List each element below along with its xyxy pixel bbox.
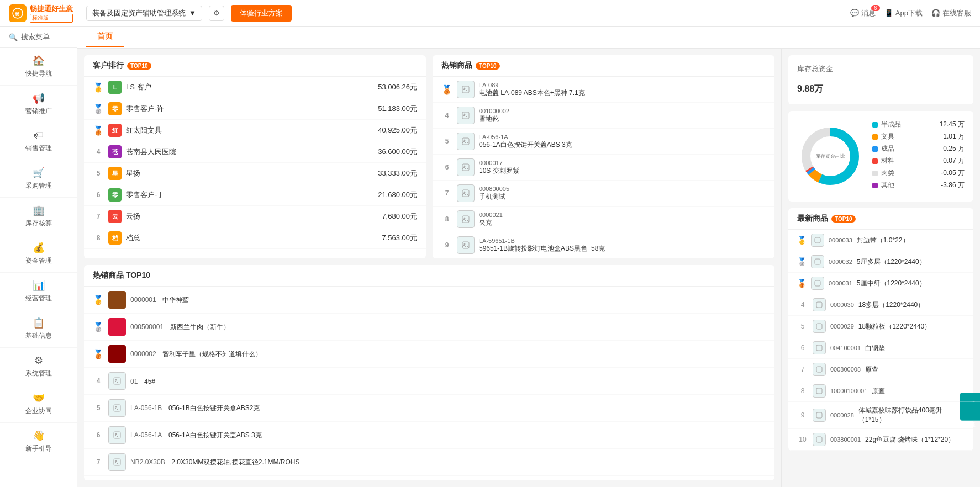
product-name: 5厘多层（1220*2440） <box>857 257 965 267</box>
sidebar-item-basic[interactable]: 📋 基础信息 <box>0 310 77 348</box>
online-service-button[interactable]: 🎧 在线客服 <box>931 8 971 18</box>
legend-color <box>872 134 878 140</box>
legend-color <box>872 183 878 188</box>
search-icon: 🔍 <box>9 33 18 41</box>
sidebar-item-finance[interactable]: 💰 资金管理 <box>0 235 77 273</box>
sidebar-item-inventory[interactable]: 🏢 库存核算 <box>0 198 77 235</box>
product-code: 000800008 <box>830 366 861 373</box>
svg-point-11 <box>464 192 466 193</box>
rank-medal-icon: 🥈 <box>93 322 104 332</box>
customer-ranking-panel: 客户排行 TOP10 🥇 L LS 客户 53,006.26元 🥈 零 零售客户… <box>84 55 426 258</box>
sidebar: 🔍 搜索菜单 🏠 快捷导航 📢 营销推广 🏷 销售管理 🛒 采购管理 🏢 库存核… <box>0 27 77 487</box>
right-panel: 库存总资金 9.88万 <box>781 49 980 487</box>
legend-name: 材料 <box>881 156 940 166</box>
legend-color <box>872 171 878 176</box>
svg-point-23 <box>115 460 117 462</box>
settings-button[interactable]: ⚙ <box>209 6 224 21</box>
product-img <box>108 291 126 309</box>
product-name: 体城嘉枚味苏打饮品400毫升（1*15） <box>858 406 965 425</box>
customer-avatar: 云 <box>108 210 122 223</box>
rank-medal-icon: 🥉 <box>93 125 104 136</box>
legend-name: 成品 <box>881 144 940 153</box>
tab-home[interactable]: 首页 <box>86 27 124 47</box>
money-icon: 💰 <box>33 242 45 254</box>
product-img <box>108 426 126 444</box>
notification-button[interactable]: 💬 消息 6 <box>850 8 876 18</box>
rank-medal-icon: 🥉 <box>797 279 807 288</box>
product-img <box>813 320 826 333</box>
product-img <box>813 363 826 376</box>
product-code: LA-056-1A <box>479 134 766 140</box>
product-img <box>108 372 126 390</box>
customer-amount: 40,925.00元 <box>378 125 417 135</box>
product-code: LA-59651-1B <box>479 237 766 244</box>
product-name: 中华神鹫 <box>162 296 189 304</box>
topbar-center: 装备及固定资产辅助管理系统 ▼ ⚙ 体验行业方案 <box>86 5 850 22</box>
product-name: 18颗粒板（1220*2440） <box>858 322 965 331</box>
float-service-button[interactable]: 服务社区 <box>960 402 980 411</box>
hot-product-main-row: 🥈 000500001 新西兰牛肉（新牛） <box>84 314 774 341</box>
svg-rect-22 <box>114 459 120 465</box>
customer-ranking-table: 🥇 L LS 客户 53,006.26元 🥈 零 零售客户-许 51,183.0… <box>84 77 426 249</box>
legend-name: 文具 <box>881 132 940 141</box>
product-img <box>813 433 826 446</box>
product-code: 10000100001 <box>830 388 867 394</box>
svg-rect-14 <box>462 242 469 248</box>
svg-rect-41 <box>816 412 822 418</box>
newest-products-title: 最新商品 TOP10 <box>797 214 856 224</box>
product-code: 003800001 <box>830 436 861 443</box>
product-img <box>811 277 824 290</box>
hot-products-right-table: 🥉 LA-089 电池盖 LA-089 ABS本色+黑种 7.1克 4 0010… <box>433 77 774 258</box>
svg-rect-6 <box>462 138 469 145</box>
product-img <box>108 318 126 336</box>
sidebar-item-quick-nav[interactable]: 🏠 快捷导航 <box>0 48 77 86</box>
trial-button[interactable]: 体验行业方案 <box>231 5 292 22</box>
newest-product-row: 7 000800008 原查 <box>788 359 973 380</box>
rank-medal-icon: 🥈 <box>797 257 807 266</box>
notification-icon: 💬 <box>850 9 859 17</box>
chart-icon: 📊 <box>33 279 45 292</box>
hot-products-main-title: 热销商品 TOP10 <box>93 271 150 280</box>
newest-product-row: 8 10000100001 原查 <box>788 380 973 402</box>
legend-value: 0.25 万 <box>943 144 965 153</box>
topbar: 畅 畅捷通好生意 标准版 装备及固定资产辅助管理系统 ▼ ⚙ 体验行业方案 💬 … <box>0 0 980 27</box>
sidebar-search[interactable]: 🔍 搜索菜单 <box>0 27 77 48</box>
chevron-down-icon: ▼ <box>189 9 196 17</box>
customer-name: 苍南县人民医院 <box>126 147 373 157</box>
float-service-button[interactable]: 直播 <box>960 411 980 421</box>
customer-amount: 51,183.00元 <box>378 104 417 114</box>
sidebar-item-sales[interactable]: 🏷 销售管理 <box>0 123 77 160</box>
customer-name: 红太阳文具 <box>126 125 373 135</box>
sidebar-item-guide[interactable]: 👋 新手引导 <box>0 423 77 460</box>
customer-row: 🥉 红 红太阳文具 40,925.00元 <box>84 120 426 141</box>
legend-value: -3.86 万 <box>941 181 965 190</box>
sidebar-item-operation[interactable]: 📊 经营管理 <box>0 273 77 310</box>
app-download-button[interactable]: 📱 App下载 <box>884 8 923 18</box>
phone-icon: 📱 <box>884 9 893 17</box>
svg-rect-35 <box>815 280 820 286</box>
hot-product-main-row: 🥉 0000002 智利车子里（规格不知道填什么） <box>84 341 774 368</box>
sidebar-item-marketing[interactable]: 📢 营销推广 <box>0 86 77 123</box>
product-name: 18多层（1220*2440） <box>858 300 965 310</box>
product-name: 电池盖 LA-089 ABS本色+黑种 7.1克 <box>479 88 766 98</box>
rank-medal-icon: 🥇 <box>93 295 104 305</box>
product-name: 智利车子里（规格不知道填什么） <box>162 350 262 358</box>
logo-area: 畅 畅捷通好生意 标准版 <box>9 4 86 23</box>
product-name: 封边带（1.0*22） <box>857 236 965 245</box>
sidebar-item-purchase[interactable]: 🛒 采购管理 <box>0 160 77 198</box>
chart-legend: 半成品 12.45 万 文具 1.01 万 成品 0.25 万 材料 0.07 … <box>872 120 965 193</box>
customer-name: 星扬 <box>126 168 373 178</box>
product-img <box>457 184 475 202</box>
customer-avatar: 档 <box>108 231 122 245</box>
float-service-button[interactable]: 客服热线 <box>960 393 980 402</box>
svg-point-7 <box>464 140 466 141</box>
sidebar-item-company[interactable]: 🤝 企业协同 <box>0 385 77 423</box>
donut-chart: 库存资金占比 <box>797 123 863 189</box>
system-selector[interactable]: 装备及固定资产辅助管理系统 ▼ <box>86 6 202 21</box>
sidebar-item-system[interactable]: ⚙ 系统管理 <box>0 348 77 385</box>
product-name: 原查 <box>865 365 965 374</box>
hot-products-main-header: 热销商品 TOP10 <box>84 265 774 287</box>
product-img <box>457 236 475 254</box>
inventory-total-panel: 库存总资金 9.88万 <box>788 55 973 104</box>
product-img <box>457 158 475 176</box>
